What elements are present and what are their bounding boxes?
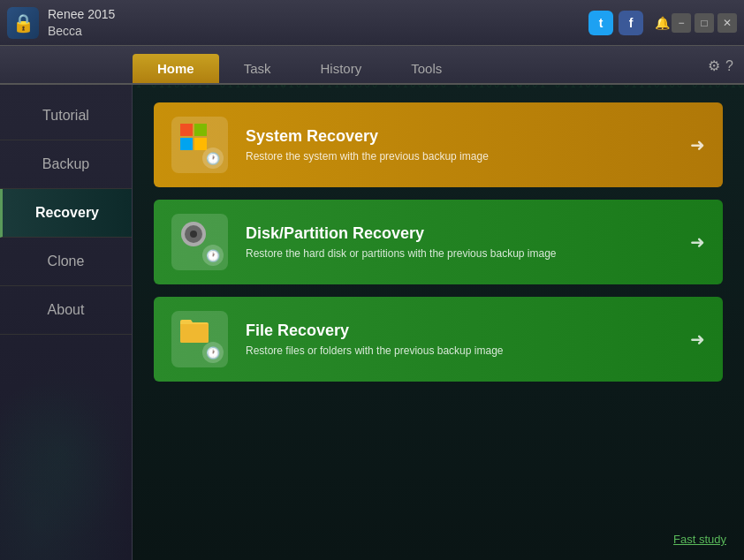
tab-task[interactable]: Task	[219, 54, 296, 83]
file-recovery-icon-wrap: 🕐	[171, 311, 228, 367]
app-logo: 🔒	[7, 7, 39, 39]
disk-icon	[180, 221, 207, 254]
app-name: Renee 2015	[48, 6, 588, 22]
file-recovery-card[interactable]: 🕐 File Recovery Restore files or folders…	[154, 297, 723, 382]
title-bar: 🔒 Renee 2015 Becca t f 🔔 − □ ✕	[0, 0, 744, 46]
maximize-button[interactable]: □	[695, 13, 714, 33]
system-recovery-card[interactable]: 🕐 System Recovery Restore the system wit…	[154, 102, 723, 187]
system-recovery-icon-wrap: 🕐	[171, 117, 228, 173]
notification-icon: 🔔	[652, 13, 672, 33]
svg-rect-3	[194, 138, 207, 150]
file-recovery-arrow: ➜	[690, 329, 705, 350]
minimize-button[interactable]: −	[672, 13, 691, 33]
svg-point-6	[190, 231, 197, 238]
system-recovery-desc: Restore the system with the previous bac…	[246, 150, 679, 163]
system-recovery-title: System Recovery	[246, 127, 679, 146]
clock-icon-2: 🕐	[202, 245, 224, 266]
tab-history[interactable]: History	[296, 54, 387, 83]
system-recovery-text: System Recovery Restore the system with …	[246, 127, 679, 163]
tab-settings-area: ⚙ ?	[708, 57, 744, 79]
sidebar-item-backup[interactable]: Backup	[0, 140, 132, 189]
fast-study-link[interactable]: Fast study	[673, 533, 726, 546]
close-button[interactable]: ✕	[717, 13, 737, 33]
svg-rect-0	[180, 124, 193, 136]
tab-tools[interactable]: Tools	[386, 54, 467, 83]
social-icons: t f	[588, 11, 643, 35]
disk-recovery-title: Disk/Partition Recovery	[246, 224, 679, 243]
svg-rect-2	[180, 138, 193, 150]
app-title: Renee 2015 Becca	[48, 6, 588, 38]
file-recovery-text: File Recovery Restore files or folders w…	[246, 322, 679, 357]
twitter-button[interactable]: t	[588, 11, 613, 35]
sidebar: Tutorial Backup Recovery Clone About	[0, 85, 133, 560]
sidebar-item-recovery[interactable]: Recovery	[0, 189, 132, 238]
app-subtitle: Becca	[48, 23, 588, 39]
disk-recovery-text: Disk/Partition Recovery Restore the hard…	[246, 224, 679, 260]
disk-recovery-card[interactable]: 🕐 Disk/Partition Recovery Restore the ha…	[154, 200, 723, 284]
clock-icon: 🕐	[202, 148, 224, 169]
file-recovery-title: File Recovery	[246, 322, 679, 340]
folder-icon	[180, 318, 209, 349]
clock-icon-3: 🕐	[202, 342, 224, 363]
settings-icon[interactable]: ⚙	[708, 57, 720, 74]
disk-recovery-arrow: ➜	[690, 231, 705, 253]
sidebar-item-clone[interactable]: Clone	[0, 238, 132, 286]
content-area: 🕐 System Recovery Restore the system wit…	[133, 85, 744, 560]
system-recovery-arrow: ➜	[690, 134, 705, 155]
disk-recovery-icon-wrap: 🕐	[171, 214, 228, 270]
help-icon[interactable]: ?	[725, 58, 733, 74]
svg-rect-1	[194, 124, 207, 136]
window-controls: − □ ✕	[672, 13, 737, 33]
tab-bar: Home Task History Tools ⚙ ?	[0, 46, 744, 85]
windows-icon	[180, 124, 207, 156]
tab-home[interactable]: Home	[133, 54, 219, 83]
main-layout: Tutorial Backup Recovery Clone About 🕐	[0, 85, 744, 560]
file-recovery-desc: Restore files or folders with the previo…	[246, 344, 679, 357]
sidebar-item-about[interactable]: About	[0, 286, 132, 335]
sidebar-item-tutorial[interactable]: Tutorial	[0, 92, 132, 140]
disk-recovery-desc: Restore the hard disk or partitions with…	[246, 247, 679, 260]
facebook-button[interactable]: f	[619, 11, 643, 35]
